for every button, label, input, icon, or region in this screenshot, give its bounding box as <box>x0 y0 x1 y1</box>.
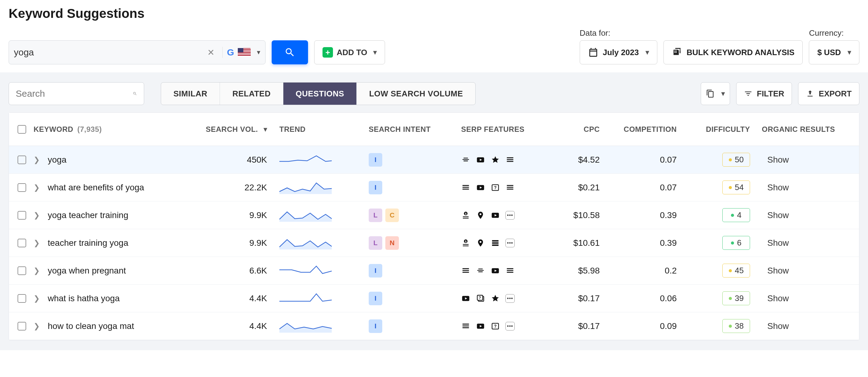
cpc-value: $5.98 <box>551 266 600 276</box>
row-checkbox[interactable] <box>18 211 26 220</box>
serp-video-icon <box>491 266 500 275</box>
serp-video-icon <box>491 211 500 220</box>
show-link[interactable]: Show <box>767 183 789 192</box>
row-checkbox[interactable] <box>18 239 26 247</box>
table-search-input[interactable] <box>16 88 133 99</box>
table-row: ❯ what are benefits of yoga 22.2K I ? $0… <box>9 174 859 201</box>
copy-button[interactable]: ▾ <box>701 82 730 105</box>
serp-card-icon: ? <box>491 183 500 192</box>
serp-lines-icon <box>505 266 515 275</box>
show-link[interactable]: Show <box>767 266 789 275</box>
expand-icon[interactable]: ❯ <box>34 266 40 275</box>
search-intent-cell: I <box>369 153 461 167</box>
cpc-value: $0.21 <box>551 183 600 192</box>
show-link[interactable]: Show <box>767 155 789 164</box>
select-all-checkbox[interactable] <box>18 125 26 134</box>
row-checkbox[interactable] <box>18 183 26 192</box>
show-link[interactable]: Show <box>767 238 789 248</box>
export-label: EXPORT <box>819 89 852 99</box>
bulk-analysis-button[interactable]: + BULK KEYWORD ANALYSIS <box>663 40 803 64</box>
serp-pin-icon <box>476 211 485 220</box>
competition-value: 0.09 <box>600 321 689 331</box>
table-search-box[interactable] <box>9 82 144 105</box>
row-checkbox[interactable] <box>18 156 26 164</box>
keyword-text[interactable]: yoga <box>48 155 66 165</box>
svg-text:?: ? <box>494 323 497 328</box>
show-link[interactable]: Show <box>767 210 789 220</box>
col-difficulty[interactable]: DIFFICULTY <box>689 125 760 134</box>
date-range-button[interactable]: July 2023 ▾ <box>580 40 657 64</box>
col-search-intent[interactable]: SEARCH INTENT <box>369 125 461 134</box>
table-row: ❯ yoga teacher training 9.9K LC $••• $10… <box>9 201 859 229</box>
row-checkbox[interactable] <box>18 266 26 275</box>
serp-more-icon: ••• <box>505 294 515 303</box>
expand-icon[interactable]: ❯ <box>34 294 40 303</box>
organic-results-cell: Show <box>760 155 840 165</box>
serp-indent-icon <box>461 155 470 164</box>
clear-icon[interactable]: ✕ <box>204 48 218 58</box>
row-checkbox[interactable] <box>18 322 26 331</box>
show-link[interactable]: Show <box>767 321 789 331</box>
serp-features-cell: ?••• <box>461 294 551 303</box>
keyword-text[interactable]: what is hatha yoga <box>48 293 120 304</box>
tab-low-volume[interactable]: LOW SEARCH VOLUME <box>357 83 475 105</box>
serp-dollar-icon: $ <box>461 239 470 248</box>
expand-icon[interactable]: ❯ <box>34 322 40 331</box>
bulk-icon: + <box>672 47 682 58</box>
expand-icon[interactable]: ❯ <box>34 156 40 164</box>
filter-button[interactable]: FILTER <box>736 82 792 105</box>
organic-results-cell: Show <box>760 238 840 248</box>
expand-icon[interactable]: ❯ <box>34 183 40 192</box>
chevron-down-icon[interactable]: ▾ <box>257 49 260 56</box>
difficulty-badge: 54 <box>722 181 750 194</box>
google-icon: G <box>227 47 234 58</box>
chevron-down-icon: ▾ <box>848 49 851 56</box>
search-intent-cell: I <box>369 292 461 305</box>
serp-video-icon <box>461 294 470 303</box>
tab-questions[interactable]: QUESTIONS <box>283 83 357 105</box>
col-competition[interactable]: COMPETITION <box>600 125 689 134</box>
keyword-search-box[interactable]: ✕ G ▾ <box>9 40 266 64</box>
cpc-value: $0.17 <box>551 293 600 304</box>
serp-features-cell <box>461 266 551 275</box>
tab-related[interactable]: RELATED <box>220 83 283 105</box>
col-search-vol[interactable]: SEARCH VOL. ▾ <box>190 125 279 134</box>
difficulty-cell: 50 <box>689 153 760 167</box>
keyword-text[interactable]: how to clean yoga mat <box>48 321 134 331</box>
search-intent-cell: I <box>369 181 461 194</box>
serp-more-icon: ••• <box>505 239 515 248</box>
keyword-text[interactable]: yoga when pregnant <box>48 266 126 276</box>
export-button[interactable]: EXPORT <box>798 82 859 105</box>
col-serp-features[interactable]: SERP FEATURES <box>461 125 551 134</box>
col-trend[interactable]: TREND <box>279 125 369 134</box>
row-checkbox[interactable] <box>18 294 26 303</box>
expand-icon[interactable]: ❯ <box>34 239 40 247</box>
col-organic-results[interactable]: ORGANIC RESULTS <box>760 125 840 134</box>
keyword-text[interactable]: teacher training yoga <box>48 238 128 248</box>
search-volume: 6.6K <box>190 266 279 276</box>
serp-lines-icon <box>461 266 470 275</box>
search-volume: 9.9K <box>190 210 279 220</box>
serp-rows-icon <box>491 239 500 248</box>
currency-button[interactable]: $ USD ▾ <box>809 40 859 64</box>
search-button[interactable] <box>272 40 308 64</box>
keyword-text[interactable]: what are benefits of yoga <box>48 183 144 192</box>
tab-similar[interactable]: SIMILAR <box>161 83 220 105</box>
trend-sparkline <box>279 235 369 251</box>
spacer <box>663 28 803 38</box>
difficulty-badge: 38 <box>722 319 750 333</box>
col-keyword[interactable]: KEYWORD (7,935) <box>34 125 102 134</box>
keyword-search-input[interactable] <box>14 47 204 58</box>
col-cpc[interactable]: CPC <box>551 125 600 134</box>
keyword-text[interactable]: yoga teacher training <box>48 210 128 220</box>
add-to-button[interactable]: + ADD TO ▾ <box>314 40 385 64</box>
competition-value: 0.06 <box>600 293 689 304</box>
difficulty-cell: 54 <box>689 181 760 194</box>
trend-sparkline <box>279 152 369 167</box>
show-link[interactable]: Show <box>767 293 789 303</box>
intent-badge-i: I <box>369 153 382 167</box>
organic-results-cell: Show <box>760 293 840 304</box>
us-flag-icon[interactable] <box>238 48 251 57</box>
difficulty-cell: 39 <box>689 291 760 305</box>
expand-icon[interactable]: ❯ <box>34 211 40 220</box>
